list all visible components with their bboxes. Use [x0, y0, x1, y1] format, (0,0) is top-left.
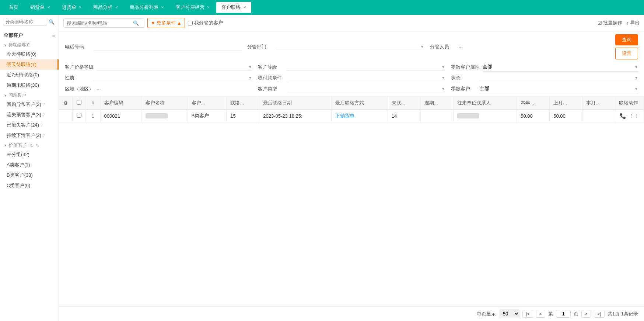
- more-filter-button[interactable]: ▼ 更多条件 ▲: [147, 18, 185, 28]
- close-icon[interactable]: ×: [161, 5, 164, 10]
- all-customers-header: 全部客户 «: [0, 29, 59, 40]
- sidebar-search-icon[interactable]: 🔍: [49, 19, 55, 25]
- col-last-contact-method[interactable]: 最后联络方式: [332, 97, 388, 110]
- page-label: 第: [548, 311, 553, 317]
- phone-input[interactable]: [94, 43, 241, 51]
- search-icon[interactable]: 🔍: [133, 20, 139, 26]
- col-last-month[interactable]: 上月...: [550, 97, 582, 110]
- person-field: 分管人员 ···: [430, 44, 606, 50]
- payment-field: 收付款条件 ▼: [258, 75, 445, 81]
- filter-row-4: 区域（地区） ··· 客户类型 ▼ 零散客户 全部 ▼: [65, 84, 638, 93]
- sidebar-item-declining[interactable]: 持续下滑客户(2) ?: [0, 130, 59, 141]
- col-contact[interactable]: 联络...: [227, 97, 259, 110]
- sidebar-item-ungrouped[interactable]: 未分组(32): [0, 149, 59, 160]
- col-customer-name[interactable]: 客户名称: [141, 97, 188, 110]
- sidebar-item-warning[interactable]: 流失预警客户(3) ?: [0, 110, 59, 120]
- pending-contact-group[interactable]: 待联络客户: [0, 40, 59, 49]
- export-button[interactable]: ↑ 导出: [627, 20, 640, 26]
- my-customers-checkbox[interactable]: [188, 21, 193, 25]
- retail-attr-select[interactable]: 全部 ▼: [483, 62, 638, 72]
- price-level-select[interactable]: ▼: [97, 64, 252, 70]
- refresh-icon[interactable]: ↻: [30, 143, 34, 148]
- sidebar-item-lost[interactable]: 已流失客户(24) ?: [0, 120, 59, 130]
- sidebar-search-input[interactable]: [3, 18, 47, 26]
- row-not-linked: 14: [388, 110, 420, 122]
- phone-action-icon[interactable]: 📞: [620, 113, 626, 119]
- customer-type-select[interactable]: ▼: [287, 86, 445, 92]
- query-button[interactable]: 查询: [615, 34, 638, 45]
- col-check[interactable]: [72, 97, 85, 110]
- col-this-month[interactable]: 本月...: [582, 97, 615, 110]
- row-last-method[interactable]: 下销货单: [332, 110, 388, 122]
- sidebar-item-b-class[interactable]: B类客户(33): [0, 170, 59, 180]
- sidebar-item-tomorrow[interactable]: 明天待联络(1): [0, 59, 59, 70]
- nav-purchase[interactable]: 进货单 ×: [57, 2, 87, 13]
- person-dots[interactable]: ···: [459, 44, 463, 50]
- row-check[interactable]: [72, 110, 85, 122]
- col-customer-type[interactable]: 客户...: [188, 97, 227, 110]
- status-select[interactable]: ▼: [480, 75, 638, 81]
- first-page-button[interactable]: |<: [522, 310, 533, 318]
- last-page-button[interactable]: >|: [594, 310, 605, 318]
- next-page-button[interactable]: >: [581, 310, 591, 318]
- region-label: 区域（地区）: [65, 86, 94, 92]
- col-this-year[interactable]: 本年...: [517, 97, 550, 110]
- region-dots[interactable]: ···: [97, 86, 101, 92]
- payment-select[interactable]: ▼: [287, 75, 445, 81]
- setting-button[interactable]: 设置: [615, 48, 638, 59]
- nav-sales[interactable]: 销货单 ×: [25, 2, 55, 13]
- sidebar-item-abnormal[interactable]: 回购异常客户(2) ?: [0, 99, 59, 110]
- more-action-icon[interactable]: ⋮⋮: [629, 113, 639, 119]
- edit-icon[interactable]: ✎: [35, 143, 39, 148]
- value-customers-group[interactable]: 价值客户 ↻ ✎: [0, 141, 59, 149]
- my-customers-checkbox-label[interactable]: 我分管的客户: [188, 20, 223, 26]
- per-page-label: 每页显示: [477, 311, 496, 317]
- problem-customers-group[interactable]: 问题客户: [0, 90, 59, 99]
- col-unit-contact[interactable]: 往来单位联系人: [453, 97, 517, 110]
- payment-caret-icon: ▼: [441, 76, 445, 80]
- total-label: 共1页 1条记录: [608, 311, 638, 317]
- toolbar-right: ☑ 批量操作 ↑ 导出: [598, 20, 640, 26]
- col-overdue[interactable]: 逾期...: [420, 97, 453, 110]
- person-label: 分管人员: [430, 44, 456, 50]
- region-field: 区域（地区） ···: [65, 86, 252, 92]
- col-action: 联络动作: [615, 97, 644, 110]
- row-checkbox[interactable]: [77, 113, 81, 118]
- customer-level-select[interactable]: ▼: [287, 64, 445, 70]
- search-input[interactable]: [67, 20, 133, 26]
- batch-operation-button[interactable]: ☑ 批量操作: [598, 20, 622, 26]
- prev-page-button[interactable]: <: [536, 310, 546, 318]
- nav-product-analysis[interactable]: 商品分析 ×: [88, 2, 123, 13]
- close-icon[interactable]: ×: [115, 5, 118, 10]
- collapse-icon[interactable]: «: [52, 33, 55, 38]
- col-gear[interactable]: ⚙: [59, 97, 72, 110]
- retail-customer-select[interactable]: 全部 ▼: [480, 84, 638, 93]
- nav-home[interactable]: 首页: [4, 2, 24, 13]
- sidebar-item-a-class[interactable]: A类客户(1): [0, 160, 59, 170]
- close-icon[interactable]: ×: [48, 5, 50, 10]
- col-not-linked[interactable]: 未联...: [388, 97, 420, 110]
- col-customer-code[interactable]: 客户编码: [100, 97, 141, 110]
- per-page-select[interactable]: 50 20 100: [499, 310, 519, 318]
- nav-customer-tier[interactable]: 客户分层经营 ×: [171, 2, 215, 13]
- sidebar-item-7days[interactable]: 近7天待联络(0): [0, 70, 59, 80]
- dept-caret-icon: ▼: [420, 45, 424, 49]
- close-icon[interactable]: ×: [244, 5, 246, 10]
- nature-label: 性质: [65, 75, 91, 81]
- row-name[interactable]: ████: [141, 110, 188, 122]
- sidebar-item-overdue[interactable]: 逾期未联络(30): [0, 80, 59, 90]
- col-last-contact-date[interactable]: 最后联络日期: [259, 97, 332, 110]
- close-icon[interactable]: ×: [79, 5, 81, 10]
- nature-select[interactable]: ▼: [94, 75, 252, 81]
- nav-product-list[interactable]: 商品分析列表 ×: [125, 2, 169, 13]
- nav-customer-contact[interactable]: 客户联络 ×: [216, 2, 251, 13]
- row-gear: [59, 110, 72, 122]
- row-code[interactable]: 000021: [100, 110, 141, 122]
- sidebar-item-c-class[interactable]: C类客户(6): [0, 180, 59, 191]
- select-all-checkbox[interactable]: [77, 100, 81, 105]
- sidebar-item-today[interactable]: 今天待联络(0): [0, 49, 59, 59]
- filter-panel: 电话号码 分管部门 ▼ 分管人员 ··· 查询 设置: [59, 31, 644, 97]
- dept-select[interactable]: ▼: [276, 44, 424, 50]
- close-icon[interactable]: ×: [207, 5, 210, 10]
- page-input[interactable]: [556, 310, 571, 318]
